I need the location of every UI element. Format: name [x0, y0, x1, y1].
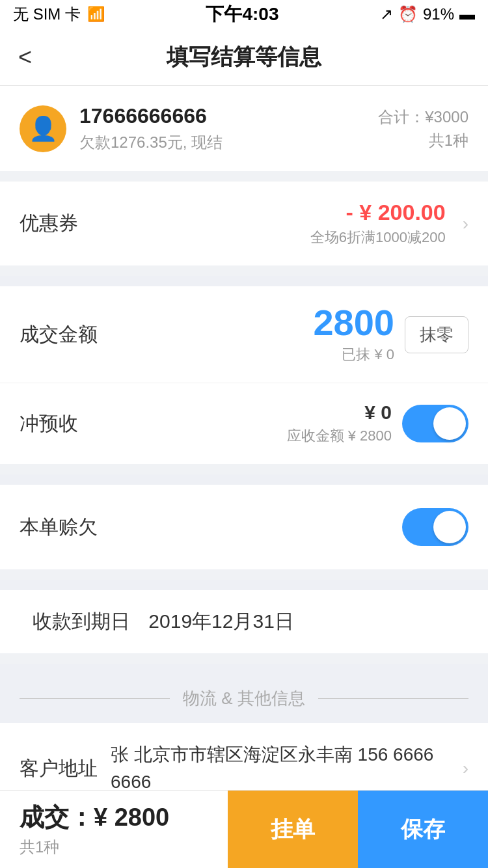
status-right: ↗ ⏰ 91% ▬	[380, 5, 475, 23]
back-button[interactable]: <	[18, 44, 32, 71]
nav-bar: < 填写结算等信息	[0, 29, 488, 86]
chevron-right-icon: ›	[463, 213, 468, 234]
due-date-section: 收款到期日 2019年12月31日	[0, 590, 488, 653]
due-date-value: 2019年12月31日	[148, 610, 293, 632]
no-sim-label: 无 SIM 卡	[13, 4, 81, 25]
coupon-desc: 全场6折满1000减200	[310, 228, 446, 247]
logistics-line-left	[20, 698, 170, 699]
bottom-info: 成交：¥ 2800 共1种	[0, 801, 228, 858]
bad-debt-section: 本单赊欠	[0, 485, 488, 569]
user-total: 合计：¥3000 共1种	[378, 107, 468, 151]
bottom-deal-row: 成交：¥ 2800	[20, 801, 208, 834]
logistics-line-right	[318, 698, 468, 699]
precharge-info: ¥ 0 应收金额 ¥ 2800	[287, 401, 392, 446]
bottom-count: 共1种	[20, 837, 208, 858]
content: 👤 17666666666 欠款1276.35元, 现结 合计：¥3000 共1…	[0, 86, 488, 868]
precharge-label: 冲预收	[20, 411, 78, 437]
address-chevron-icon: ›	[463, 758, 468, 779]
precharge-desc: 应收金额 ¥ 2800	[287, 426, 392, 446]
coupon-section: 优惠券 - ¥ 200.00 全场6折满1000减200 ›	[0, 182, 488, 265]
battery-label: 91%	[423, 5, 454, 23]
page-title: 填写结算等信息	[167, 42, 321, 72]
section-divider-1	[0, 276, 488, 286]
coupon-right: - ¥ 200.00 全场6折满1000减200 ›	[310, 200, 468, 247]
alarm-icon: ⏰	[398, 5, 418, 23]
section-divider-2	[0, 474, 488, 485]
bottom-deal-label: 成交：	[20, 804, 94, 831]
section-divider-4	[0, 664, 488, 674]
total-label: 合计：¥3000	[378, 107, 468, 128]
total-amount: ¥3000	[425, 108, 468, 126]
deal-amount-info: 2800 已抹 ¥ 0	[313, 305, 394, 364]
precharge-value: ¥ 0	[287, 401, 392, 424]
total-count: 共1种	[378, 130, 468, 151]
bottom-bar: 成交：¥ 2800 共1种 挂单 保存	[0, 790, 488, 868]
bottom-deal-amount: ¥ 2800	[94, 804, 169, 831]
deal-amount-row: 成交金额 2800 已抹 ¥ 0 抹零	[0, 286, 488, 383]
deal-sub: 已抹 ¥ 0	[313, 345, 394, 364]
coupon-amount: - ¥ 200.00	[310, 200, 446, 225]
user-debt: 欠款1276.35元, 现结	[79, 132, 223, 153]
deal-amount-section: 成交金额 2800 已抹 ¥ 0 抹零 冲预收 ¥ 0 应收金额 ¥ 2800	[0, 286, 488, 464]
wifi-icon: 📶	[87, 6, 105, 23]
due-date-label: 收款到期日	[33, 610, 130, 632]
location-icon: ↗	[380, 5, 393, 23]
address-label: 客户地址	[20, 755, 98, 782]
coupon-value: - ¥ 200.00 全场6折满1000减200	[310, 200, 446, 247]
coupon-label: 优惠券	[20, 210, 78, 237]
user-info: 17666666666 欠款1276.35元, 现结	[79, 104, 223, 153]
status-bar: 无 SIM 卡 📶 下午4:03 ↗ ⏰ 91% ▬	[0, 0, 488, 29]
user-left: 👤 17666666666 欠款1276.35元, 现结	[20, 104, 223, 153]
deal-amount-right: 2800 已抹 ¥ 0 抹零	[313, 305, 468, 364]
avatar: 👤	[20, 105, 66, 152]
section-divider-3	[0, 580, 488, 590]
bad-debt-toggle[interactable]	[402, 508, 468, 546]
user-phone: 17666666666	[79, 104, 223, 128]
deal-amount-label: 成交金额	[20, 321, 98, 348]
deal-amount-value: 2800	[313, 305, 394, 341]
precharge-right: ¥ 0 应收金额 ¥ 2800	[287, 401, 468, 446]
hold-button[interactable]: 挂单	[228, 791, 358, 869]
precharge-row: 冲预收 ¥ 0 应收金额 ¥ 2800	[0, 383, 488, 464]
address-value: 张 北京市市辖区海淀区永丰南 156 6666 6666	[111, 741, 456, 796]
save-button[interactable]: 保存	[358, 791, 488, 869]
logistics-divider: 物流 & 其他信息	[0, 674, 488, 723]
user-card: 👤 17666666666 欠款1276.35元, 现结 合计：¥3000 共1…	[0, 86, 488, 171]
status-time: 下午4:03	[206, 2, 278, 27]
coupon-row[interactable]: 优惠券 - ¥ 200.00 全场6折满1000减200 ›	[0, 182, 488, 265]
bad-debt-label: 本单赊欠	[20, 514, 98, 541]
status-left: 无 SIM 卡 📶	[13, 4, 105, 25]
battery-icon: ▬	[459, 5, 475, 23]
round-zero-button[interactable]: 抹零	[405, 316, 468, 353]
precharge-toggle[interactable]	[402, 405, 468, 442]
logistics-text: 物流 & 其他信息	[183, 687, 305, 710]
